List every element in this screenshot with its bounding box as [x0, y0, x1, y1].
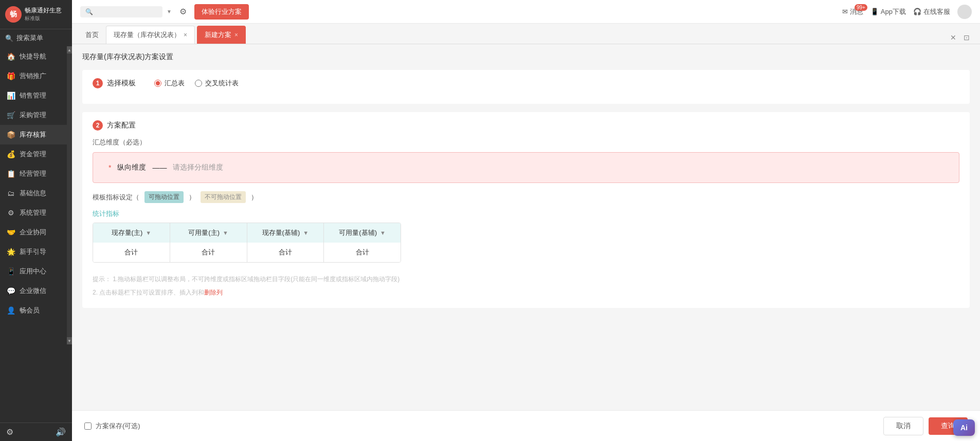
- sidebar-item-finance[interactable]: 💰 资金管理: [0, 144, 72, 164]
- topbar-right: ✉ 消息 99+ 📱 App下载 🎧 在线客服: [842, 5, 972, 19]
- stats-col-2-body: 合计: [170, 243, 247, 262]
- save-option: 方案保存(可选): [84, 421, 140, 431]
- online-service-button[interactable]: 🎧 在线客服: [913, 7, 950, 16]
- sidebar-item-quick-nav[interactable]: 🏠 快捷导航: [0, 47, 72, 66]
- sidebar-item-sales[interactable]: 📊 销售管理: [0, 86, 72, 105]
- sidebar-item-newguide[interactable]: 🌟 新手引导: [0, 242, 72, 262]
- hint-line-2: 2. 点击标题栏下拉可设置排序、插入列和删除列: [93, 286, 959, 299]
- non-draggable-badge: 不可拖动位置: [201, 191, 246, 203]
- template-summary-option[interactable]: 汇总表: [154, 79, 185, 88]
- cart-icon: 🛒: [6, 111, 15, 120]
- scroll-down-btn[interactable]: ▼: [67, 337, 72, 344]
- tabbar: 首页 现存量（库存状况表） × 新建方案 × ✕ ⊡: [72, 24, 980, 44]
- clipboard-icon: 📋: [6, 169, 15, 178]
- cancel-button[interactable]: 取消: [883, 417, 923, 435]
- step2-header: 2 方案配置: [93, 120, 959, 131]
- dim-required-mark: *: [108, 163, 111, 172]
- step1-header: 1 选择模板 汇总表 交叉统计表: [93, 78, 959, 88]
- main-area: 🔍 ▼ ⚙ 体验行业方案 ✉ 消息 99+ 📱 App下载 🎧 在线客服: [72, 0, 980, 441]
- stats-col-3-arrow[interactable]: ▼: [303, 230, 308, 236]
- sidebar-item-system[interactable]: ⚙ 系统管理: [0, 203, 72, 223]
- tab-new-plan-close[interactable]: ×: [234, 31, 238, 39]
- topbar-gear-button[interactable]: ⚙: [176, 5, 190, 19]
- handshake-icon: 🤝: [6, 228, 15, 237]
- stats-col-1-header[interactable]: 现存量(主) ▼: [93, 223, 170, 243]
- hint-line-1: 提示： 1.拖动标题栏可以调整布局，不可跨维度或指标区域拖动栏目字段(只能在同一…: [93, 273, 959, 285]
- sidebar-item-operation[interactable]: 📋 经营管理: [0, 164, 72, 183]
- sidebar-item-label: 企业微信: [20, 286, 46, 296]
- footer-settings-icon[interactable]: ⚙: [6, 427, 13, 437]
- tabbar-expand-icon[interactable]: ⊡: [961, 31, 972, 44]
- stats-col-2-arrow[interactable]: ▼: [223, 230, 228, 236]
- indicator-setting-suffix: ）: [189, 193, 195, 202]
- sidebar-item-marketing[interactable]: 🎁 营销推广: [0, 66, 72, 86]
- stats-col-4-label: 可用量(基辅): [339, 228, 377, 237]
- sidebar-item-label: 销售管理: [20, 91, 46, 100]
- stats-col-3-header[interactable]: 现存量(基辅) ▼: [247, 223, 324, 243]
- tab-new-plan-label: 新建方案: [205, 30, 231, 40]
- app-download-button[interactable]: 📱 App下载: [870, 7, 906, 16]
- money-icon: 💰: [6, 150, 15, 159]
- template-cross-radio[interactable]: [195, 80, 202, 87]
- sidebar-item-appcenter[interactable]: 📱 应用中心: [0, 262, 72, 281]
- sidebar-item-label: 采购管理: [20, 111, 46, 120]
- dim-placeholder[interactable]: 请选择分组维度: [173, 163, 223, 172]
- dimension-area: * 纵向维度 —— 请选择分组维度: [93, 152, 959, 183]
- dim-dash: ——: [152, 163, 167, 172]
- sidebar-item-enterprise[interactable]: 🤝 企业协同: [0, 223, 72, 242]
- sidebar-item-purchase[interactable]: 🛒 采购管理: [0, 105, 72, 125]
- chat-icon: 💬: [6, 286, 15, 296]
- search-box[interactable]: 🔍: [80, 6, 162, 17]
- tab-inventory-close[interactable]: ×: [184, 31, 187, 39]
- save-option-label: 方案保存(可选): [96, 421, 140, 431]
- user-avatar[interactable]: [957, 5, 972, 19]
- ai-float-button[interactable]: Ai: [953, 419, 975, 436]
- indicator-close-paren: ）: [251, 193, 258, 202]
- sidebar-search[interactable]: 🔍 搜索菜单: [0, 29, 72, 47]
- trial-button[interactable]: 体验行业方案: [194, 4, 249, 20]
- step1-number: 1: [93, 78, 103, 88]
- sidebar-item-basic[interactable]: 🗂 基础信息: [0, 183, 72, 203]
- stats-col-1-arrow[interactable]: ▼: [146, 230, 151, 236]
- tab-new-plan[interactable]: 新建方案 ×: [197, 26, 246, 44]
- sidebar-item-inventory[interactable]: 📦 库存核算: [0, 125, 72, 144]
- topbar-dropdown-arrow[interactable]: ▼: [167, 9, 172, 14]
- logo-icon: 畅: [5, 6, 22, 23]
- stats-col-4-body: 合计: [324, 243, 401, 262]
- tab-inventory-label: 现存量（库存状况表）: [114, 30, 180, 40]
- message-icon: ✉: [842, 8, 848, 15]
- folder-icon: 🗂: [6, 189, 15, 198]
- save-checkbox[interactable]: [84, 422, 92, 430]
- tab-inventory-status[interactable]: 现存量（库存状况表） ×: [106, 26, 195, 44]
- stats-title: 统计指标: [93, 209, 959, 218]
- template-cross-option[interactable]: 交叉统计表: [195, 79, 239, 88]
- stats-header-row: 现存量(主) ▼ 可用量(主) ▼ 现存量(基辅) ▼ 可用量(基辅): [93, 223, 401, 243]
- app-download-label: App下载: [881, 7, 906, 16]
- sidebar-item-wechat[interactable]: 💬 企业微信: [0, 281, 72, 301]
- draggable-badge: 可拖动位置: [144, 191, 184, 203]
- search-input[interactable]: [96, 8, 148, 15]
- stats-col-4-arrow[interactable]: ▼: [380, 230, 386, 236]
- footer-sound-icon[interactable]: 🔊: [56, 427, 66, 437]
- hint-delete-highlight: 删除列: [204, 289, 223, 296]
- headset-icon: 🎧: [913, 8, 921, 15]
- sidebar-item-label: 应用中心: [20, 267, 46, 276]
- sidebar-item-member[interactable]: 👤 畅会员: [0, 301, 72, 320]
- content-area: 现存量(库存状况表)方案设置 1 选择模板 汇总表 交叉统计表: [72, 44, 980, 410]
- messages-button[interactable]: ✉ 消息 99+: [842, 7, 863, 16]
- tabbar-close-icon[interactable]: ✕: [948, 31, 958, 44]
- stats-col-2-header[interactable]: 可用量(主) ▼: [170, 223, 247, 243]
- box-icon: 📦: [6, 130, 15, 139]
- stats-body-row: 合计 合计 合计 合计: [93, 243, 401, 262]
- step1-label: 选择模板: [107, 79, 136, 88]
- stats-col-4-header[interactable]: 可用量(基辅) ▼: [324, 223, 401, 243]
- hint-area: 提示： 1.拖动标题栏可以调整布局，不可跨维度或指标区域拖动栏目字段(只能在同一…: [93, 273, 959, 299]
- tab-home[interactable]: 首页: [80, 26, 104, 44]
- messages-badge: 99+: [855, 4, 867, 11]
- template-summary-radio[interactable]: [154, 80, 161, 87]
- topbar: 🔍 ▼ ⚙ 体验行业方案 ✉ 消息 99+ 📱 App下载 🎧 在线客服: [72, 0, 980, 24]
- sidebar-item-label: 经营管理: [20, 169, 46, 178]
- stats-col-2-label: 可用量(主): [188, 228, 220, 237]
- step2-label: 方案配置: [107, 121, 136, 130]
- indicator-setting-label: 模板指标设定（: [93, 193, 139, 202]
